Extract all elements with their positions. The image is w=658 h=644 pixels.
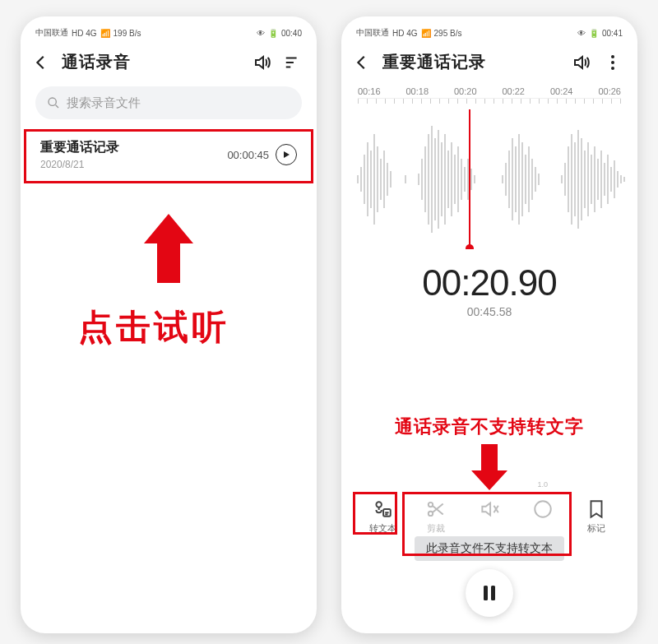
clock-text: 00:41: [602, 29, 623, 38]
status-bar: 中国联通 HD 4G 📶 199 B/s 👁🔋 00:40: [21, 23, 317, 43]
item-title: 重要通话记录: [40, 139, 119, 156]
carrier-text: 中国联通: [356, 27, 389, 39]
phone-left: 中国联通 HD 4G 📶 199 B/s 👁🔋 00:40 通话录音 搜索录音文…: [21, 16, 317, 633]
speed-text: 295 B/s: [434, 29, 462, 38]
toast-message: 此录音文件不支持转文本: [415, 536, 564, 561]
carrier-text: 中国联通: [35, 27, 68, 39]
search-placeholder: 搜索录音文件: [67, 95, 141, 111]
waveform-graphic: [341, 109, 637, 249]
ruler-tick: 00:24: [550, 86, 573, 96]
total-time: 00:45.58: [341, 305, 637, 318]
item-date: 2020/8/21: [40, 159, 119, 170]
time-ruler: 00:16 00:18 00:20 00:22 00:24 00:26: [341, 81, 637, 96]
page-title: 重要通话记录: [382, 51, 560, 73]
annotation-arrow-icon: [144, 214, 193, 283]
more-icon[interactable]: [603, 55, 623, 70]
status-bar: 中国联通 HD 4G 📶 295 B/s 👁🔋 00:41: [341, 23, 637, 43]
ruler-tick: 00:22: [502, 86, 525, 96]
topbar: 通话录音: [21, 43, 317, 81]
phone-right: 中国联通 HD 4G 📶 295 B/s 👁🔋 00:41 重要通话记录 00:…: [341, 16, 637, 633]
item-duration: 00:00:45: [227, 149, 269, 161]
trim-button[interactable]: 剪裁: [415, 498, 457, 535]
ruler-tick: 00:18: [405, 86, 429, 96]
recording-list-item[interactable]: 重要通话记录 2020/8/21 00:00:45: [35, 131, 302, 180]
back-icon[interactable]: [32, 53, 50, 72]
speed-label: 1.0: [538, 480, 549, 489]
annotation-arrow-icon: [341, 444, 637, 490]
waveform[interactable]: [341, 109, 637, 249]
network-text: HD 4G: [392, 29, 418, 38]
transcribe-icon: [372, 498, 393, 520]
svg-rect-69: [491, 586, 495, 600]
pause-button[interactable]: [466, 569, 513, 617]
speaker-icon[interactable]: [253, 53, 272, 72]
transcribe-button[interactable]: 转文本: [361, 498, 404, 535]
play-button[interactable]: [276, 144, 297, 165]
tool-label: 标记: [587, 522, 605, 535]
clock-text: 00:40: [281, 29, 302, 38]
bookmark-icon: [586, 498, 607, 520]
scissors-icon: [425, 498, 447, 520]
svg-point-63: [377, 502, 382, 507]
mute-button[interactable]: [468, 498, 511, 520]
topbar: 重要通话记录: [341, 43, 637, 81]
ruler-tick: 00:26: [598, 86, 621, 96]
speed-text: 199 B/s: [114, 29, 141, 38]
speed-icon: [532, 498, 554, 520]
network-text: HD 4G: [72, 29, 97, 38]
speaker-icon[interactable]: [572, 53, 591, 72]
tool-row: 转文本 剪裁 1.0 标记: [341, 495, 637, 535]
speed-button[interactable]: 1.0: [521, 498, 564, 520]
ruler-tick: 00:16: [358, 86, 381, 96]
current-time: 00:20.90: [341, 262, 637, 303]
search-input[interactable]: 搜索录音文件: [35, 86, 302, 119]
mute-icon: [479, 498, 500, 520]
bookmark-button[interactable]: 标记: [575, 498, 618, 535]
back-icon[interactable]: [353, 53, 371, 72]
ruler-tick: 00:20: [454, 86, 477, 96]
search-icon: [47, 96, 60, 109]
annotation-text: 通话录音不支持转文字: [341, 415, 637, 439]
playhead[interactable]: [469, 109, 470, 249]
svg-point-67: [535, 501, 551, 517]
page-title: 通话录音: [62, 51, 241, 73]
sort-icon[interactable]: [284, 53, 302, 72]
ruler-ticks: [358, 98, 621, 108]
tool-label: 剪裁: [427, 522, 445, 535]
tool-label: 转文本: [369, 522, 396, 535]
svg-rect-68: [484, 586, 488, 600]
annotation-text: 点击试听: [78, 304, 229, 350]
pause-icon: [481, 584, 498, 602]
svg-point-0: [49, 98, 56, 105]
